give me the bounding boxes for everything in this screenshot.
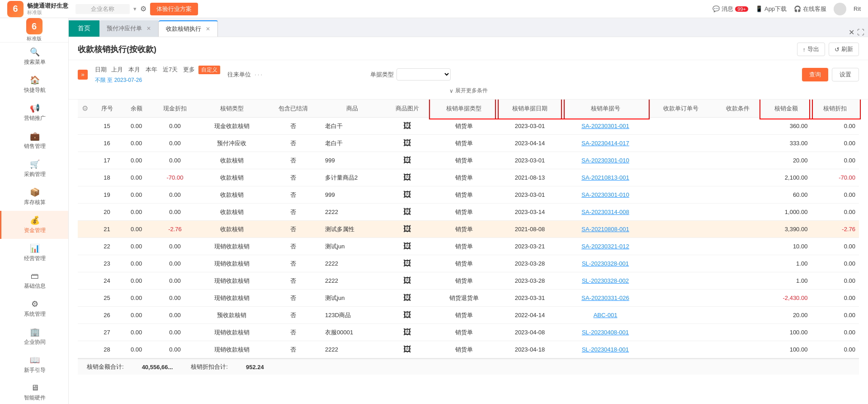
sidebar-item-nav[interactable]: 🏠 快捷导航 — [0, 71, 68, 99]
app-icon: 📱 — [755, 5, 763, 12]
cell-bill_no[interactable]: SA-20230321-012 — [563, 238, 648, 255]
tab-prepay[interactable]: 预付冲应付单 ✕ — [99, 20, 159, 37]
setup-button[interactable]: 设置 — [832, 68, 859, 81]
tab-home[interactable]: 首页 — [69, 20, 99, 37]
sidebar-item-guide[interactable]: 📖 新手引导 — [0, 351, 68, 379]
date-custom[interactable]: 自定义 — [198, 66, 220, 74]
cell-cash_discount: 0.00 — [151, 118, 198, 135]
tab-collection[interactable]: 收款核销执行 ✕ — [159, 20, 218, 37]
date-this-year[interactable]: 本年 — [144, 65, 159, 75]
date-more[interactable]: 更多 — [181, 65, 197, 75]
cell-include_settled: 否 — [264, 169, 321, 186]
cell-settings — [78, 290, 92, 307]
cell-bill_no[interactable]: SL-20230418-001 — [563, 341, 648, 358]
cell-bill_no[interactable]: SL-20230328-001 — [563, 255, 648, 272]
expand-more-button[interactable]: ∨ 展开更多条件 — [449, 87, 488, 95]
cell-product: 老白干 — [321, 118, 383, 135]
cell-cancel_discount: 0.00 — [811, 341, 859, 358]
service-item[interactable]: 🎧 在线客服 — [794, 5, 826, 13]
cell-bill_date: 2023-03-21 — [497, 238, 563, 255]
query-button[interactable]: 查询 — [802, 68, 828, 81]
cell-cash_discount: 0.00 — [151, 307, 198, 324]
sidebar-item-finance[interactable]: 💰 资金管理 — [0, 211, 68, 239]
cell-settings — [78, 204, 92, 221]
table-row: 280.000.00现销收款核销否2222🖼销货单2023-04-18SL-20… — [78, 341, 859, 358]
col-balance: 余额 — [122, 100, 151, 118]
date-filter-group: 日期 上月 本月 本年 近7天 更多 自定义 不限 至 2023-07-26 — [95, 65, 220, 84]
cell-cash_discount: 0.00 — [151, 324, 198, 341]
footer-cancel-amount-value: 40,556,66... — [142, 364, 173, 371]
sidebar-item-inventory[interactable]: 📦 库存核算 — [0, 183, 68, 211]
system-icon: ⚙ — [31, 299, 38, 309]
cell-bill_no[interactable]: SL-20230408-001 — [563, 324, 648, 341]
company-selector[interactable]: 企业名称 — [75, 4, 130, 14]
cell-include_settled: 否 — [264, 290, 321, 307]
sidebar-item-search[interactable]: 🔍 搜索菜单 — [0, 43, 68, 71]
cell-settings — [78, 186, 92, 204]
cell-include_settled: 否 — [264, 118, 321, 135]
sidebar-item-purchase[interactable]: 🛒 采购管理 — [0, 155, 68, 183]
cell-bill_no[interactable]: SA-20230301-010 — [563, 186, 648, 204]
cell-receipt_order_no — [648, 152, 714, 169]
cell-bill_no[interactable]: SA-20230301-010 — [563, 152, 648, 169]
solution-button[interactable]: 体验行业方案 — [150, 3, 198, 15]
cell-bill_date: 2023-03-31 — [497, 290, 563, 307]
bill-type-select[interactable] — [396, 68, 451, 81]
cell-bill_no[interactable]: SL-20230328-002 — [563, 272, 648, 290]
tab-prepay-close-icon[interactable]: ✕ — [146, 25, 151, 32]
app-download-item[interactable]: 📱 App下载 — [755, 5, 787, 13]
date-range-display[interactable]: 不限 至 2023-07-26 — [95, 76, 220, 84]
sidebar-item-hardware[interactable]: 🖥 智能硬件 — [0, 379, 68, 404]
finance-icon: 💰 — [30, 215, 40, 225]
date-last-month[interactable]: 上月 — [109, 65, 125, 75]
cell-settings — [78, 307, 92, 324]
expand-more-row: ∨ 展开更多条件 — [78, 87, 859, 95]
avatar[interactable] — [834, 3, 846, 15]
cell-cancel_type: 收款核销 — [199, 152, 265, 169]
date-7days[interactable]: 近7天 — [161, 65, 179, 75]
sidebar: 6 标准版 🔍 搜索菜单 🏠 快捷导航 📢 营销推广 💼 销售管理 🛒 采购管理… — [0, 18, 69, 404]
col-settings[interactable]: ⚙ — [78, 100, 92, 118]
sidebar-item-operation[interactable]: 📊 经营管理 — [0, 239, 68, 267]
cell-bill_date: 2023-03-14 — [497, 204, 563, 221]
sidebar-item-marketing[interactable]: 📢 营销推广 — [0, 99, 68, 127]
cell-bill_no[interactable]: SA-20230301-001 — [563, 118, 648, 135]
company-chevron-icon[interactable]: ▾ — [133, 5, 137, 12]
col-settings-icon[interactable]: ⚙ — [82, 105, 88, 112]
sidebar-item-basic[interactable]: 🗃 基础信息 — [0, 267, 68, 295]
cell-cancel_amount: -2,430.00 — [761, 290, 811, 307]
cell-cancel_amount: 20.00 — [761, 152, 811, 169]
cell-product_img: 🖼 — [383, 135, 431, 152]
message-item[interactable]: 💬 消息 99+ — [712, 5, 748, 13]
sidebar-label-corp: 企业协同 — [24, 338, 46, 346]
cell-bill_date: 2023-04-08 — [497, 324, 563, 341]
cell-product_img: 🖼 — [383, 238, 431, 255]
cell-include_settled: 否 — [264, 255, 321, 272]
cell-product: 2222 — [321, 272, 383, 290]
cell-settings — [78, 238, 92, 255]
sidebar-item-sales[interactable]: 💼 销售管理 — [0, 127, 68, 155]
sidebar-logo-icon: 6 — [26, 18, 42, 34]
tab-collection-close-icon[interactable]: ✕ — [206, 26, 210, 32]
cell-cash_discount: 0.00 — [151, 135, 198, 152]
tab-maximize-button[interactable]: ⛶ — [857, 29, 864, 37]
cell-bill_no[interactable]: SA-20210808-001 — [563, 221, 648, 238]
cell-settings — [78, 324, 92, 341]
cell-bill_no[interactable]: SA-20210813-001 — [563, 169, 648, 186]
filter-expand-button[interactable]: » — [78, 70, 88, 80]
tab-close-all-button[interactable]: ✕ — [849, 28, 854, 37]
cell-bill_no[interactable]: SA-20230314-008 — [563, 204, 648, 221]
table-body: 150.000.00现金收款核销否老白干🖼销货单2023-03-01SA-202… — [78, 118, 859, 358]
settings-icon[interactable]: ⚙ — [140, 5, 146, 13]
sidebar-item-system[interactable]: ⚙ 系统管理 — [0, 295, 68, 323]
refresh-button[interactable]: ↺ 刷新 — [829, 43, 859, 56]
cell-bill_no[interactable]: ABC-001 — [563, 307, 648, 324]
bill-type-filter: 单据类型 — [370, 68, 795, 81]
cell-bill_no[interactable]: SA-20230331-026 — [563, 290, 648, 307]
sidebar-item-corp[interactable]: 🏢 企业协同 — [0, 323, 68, 351]
export-button[interactable]: ↑ 导出 — [797, 43, 826, 56]
date-this-month[interactable]: 本月 — [127, 65, 142, 75]
cell-bill_no[interactable]: SA-20230414-017 — [563, 135, 648, 152]
cell-product: 衣服00001 — [321, 324, 383, 341]
cell-bill_date: 2021-08-08 — [497, 221, 563, 238]
